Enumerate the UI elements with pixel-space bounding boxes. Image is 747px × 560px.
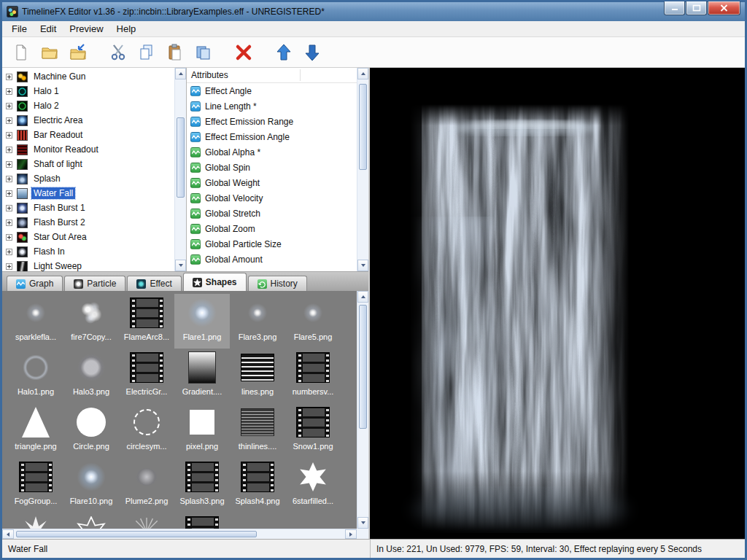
- move-up-button[interactable]: [271, 40, 297, 65]
- expand-toggle-icon[interactable]: [6, 234, 12, 241]
- attribute-global-velocity[interactable]: Global Velocity: [187, 190, 357, 206]
- delete-button[interactable]: [231, 40, 257, 65]
- tree-scrollbar[interactable]: [174, 68, 186, 271]
- menu-preview[interactable]: Preview: [63, 22, 109, 36]
- expand-toggle-icon[interactable]: [6, 176, 12, 182]
- tab-effect[interactable]: Effect: [127, 276, 181, 291]
- tree-item-electric-area[interactable]: Electric Area: [2, 113, 174, 128]
- shape-item-plume2[interactable]: Plume2.png: [119, 458, 174, 513]
- shape-item-circlesym[interactable]: circlesym...: [119, 403, 174, 458]
- attribute-global-alpha[interactable]: Global Alpha *: [187, 144, 357, 160]
- attribute-global-stretch[interactable]: Global Stretch: [187, 206, 357, 221]
- attribute-global-amount[interactable]: Global Amount: [187, 252, 357, 267]
- menu-edit[interactable]: Edit: [34, 22, 63, 36]
- expand-toggle-icon[interactable]: [6, 263, 12, 270]
- tab-particle[interactable]: Particle: [64, 276, 125, 291]
- shape-item-halo1[interactable]: Halo1.png: [8, 349, 63, 403]
- attribute-global-spin[interactable]: Global Spin: [187, 160, 357, 175]
- shape-item-film[interactable]: [174, 513, 230, 529]
- scroll-track[interactable]: [14, 529, 345, 539]
- scroll-right-button[interactable]: [345, 529, 357, 539]
- move-down-button[interactable]: [299, 40, 325, 65]
- scroll-down-button[interactable]: [357, 260, 368, 271]
- attribute-effect-emission-range[interactable]: Effect Emission Range: [187, 114, 357, 129]
- cut-button[interactable]: [105, 40, 131, 65]
- shape-item-splash3[interactable]: Splash3.png: [174, 458, 230, 513]
- expand-toggle-icon[interactable]: [6, 147, 12, 153]
- expand-toggle-icon[interactable]: [6, 103, 12, 109]
- tree-item-bar-readout[interactable]: Bar Readout: [2, 128, 174, 142]
- paste-button[interactable]: [162, 40, 188, 65]
- shape-item-flare3[interactable]: Flare3.png: [230, 294, 285, 349]
- shape-item-foggroup[interactable]: FogGroup...: [8, 458, 63, 513]
- expand-toggle-icon[interactable]: [6, 190, 12, 197]
- tree-item-halo-1[interactable]: Halo 1: [2, 84, 174, 98]
- open-library-button[interactable]: [36, 40, 63, 65]
- tab-history[interactable]: History: [248, 276, 307, 291]
- tree-item-star-out-area[interactable]: Star Out Area: [2, 230, 174, 244]
- scroll-down-button[interactable]: [357, 517, 368, 529]
- expand-toggle-icon[interactable]: [6, 249, 12, 255]
- shape-item-star8[interactable]: [8, 513, 63, 529]
- tree-item-water-fall[interactable]: Water Fall: [2, 186, 174, 201]
- import-library-button[interactable]: [65, 40, 91, 65]
- tree-item-halo-2[interactable]: Halo 2: [2, 98, 174, 113]
- close-button[interactable]: [708, 1, 740, 15]
- scroll-thumb[interactable]: [16, 531, 257, 537]
- attribute-global-weight[interactable]: Global Weight: [187, 175, 357, 190]
- tree-item-machine-gun[interactable]: Machine Gun: [2, 69, 174, 84]
- tree-item-flash-in[interactable]: Flash In: [2, 244, 174, 259]
- shape-item-sparkle[interactable]: sparklefla...: [8, 294, 63, 349]
- shapes-vscrollbar[interactable]: [357, 291, 368, 529]
- shape-item-halo3[interactable]: Halo3.png: [63, 349, 119, 403]
- scroll-track[interactable]: [357, 79, 368, 260]
- scroll-thumb[interactable]: [359, 305, 367, 429]
- attribute-global-zoom[interactable]: Global Zoom: [187, 221, 357, 236]
- new-effect-button[interactable]: [8, 40, 34, 65]
- shape-item-thinlines[interactable]: thinlines....: [230, 403, 285, 458]
- minimize-button[interactable]: [664, 1, 685, 15]
- expand-toggle-icon[interactable]: [6, 205, 12, 211]
- expand-toggle-icon[interactable]: [6, 161, 12, 168]
- attribute-effect-emission-angle[interactable]: Effect Emission Angle: [187, 129, 357, 144]
- scroll-thumb[interactable]: [359, 84, 367, 170]
- expand-toggle-icon[interactable]: [6, 132, 12, 139]
- tree-item-shaft-of-light[interactable]: Shaft of light: [2, 157, 174, 171]
- expand-toggle-icon[interactable]: [6, 74, 12, 80]
- shape-item-electricgr[interactable]: ElectricGr...: [119, 349, 174, 403]
- attribute-global-particle-size[interactable]: Global Particle Size: [187, 236, 357, 252]
- duplicate-button[interactable]: [190, 40, 217, 65]
- shape-item-circle[interactable]: Circle.png: [63, 403, 119, 458]
- tree-item-flash-burst-2[interactable]: Flash Burst 2: [2, 215, 174, 230]
- scroll-up-button[interactable]: [357, 291, 368, 303]
- scroll-up-button[interactable]: [175, 68, 186, 79]
- shape-item-lines[interactable]: lines.png: [230, 349, 285, 403]
- expand-toggle-icon[interactable]: [6, 117, 12, 124]
- shape-item-numbersv[interactable]: numbersv...: [285, 349, 341, 403]
- shape-item-snow1[interactable]: Snow1.png: [285, 403, 341, 458]
- shape-item-fire7copy[interactable]: fire7Copy...: [63, 294, 119, 349]
- attribute-line-length[interactable]: Line Length *: [187, 98, 357, 114]
- scroll-thumb[interactable]: [177, 117, 185, 198]
- shape-item-pixel[interactable]: pixel.png: [174, 403, 230, 458]
- shape-item-gradient[interactable]: Gradient....: [174, 349, 230, 403]
- expand-toggle-icon[interactable]: [6, 88, 12, 95]
- attribute-effect-angle[interactable]: Effect Angle: [187, 83, 357, 98]
- shape-item-star-outline[interactable]: [63, 513, 119, 529]
- shape-item-flare10[interactable]: Flare10.png: [63, 458, 119, 513]
- shape-item-triangle[interactable]: triangle.png: [8, 403, 63, 458]
- shape-item-flamearc8[interactable]: FlameArc8...: [119, 294, 174, 349]
- copy-button[interactable]: [133, 40, 160, 65]
- scroll-up-button[interactable]: [357, 68, 368, 79]
- menu-file[interactable]: File: [5, 22, 34, 36]
- tab-shapes[interactable]: Shapes: [183, 273, 247, 291]
- shape-item-burst[interactable]: [119, 513, 174, 529]
- scroll-track[interactable]: [357, 303, 368, 517]
- tree-item-light-sweep[interactable]: Light Sweep: [2, 259, 174, 271]
- shape-item-flare5[interactable]: Flare5.png: [285, 294, 341, 349]
- tree-item-splash[interactable]: Splash: [2, 171, 174, 186]
- scroll-track[interactable]: [175, 79, 186, 260]
- maximize-button[interactable]: [686, 1, 707, 15]
- shape-item-splash4[interactable]: Splash4.png: [230, 458, 285, 513]
- shape-item-flare1-selected[interactable]: Flare1.png: [174, 294, 230, 349]
